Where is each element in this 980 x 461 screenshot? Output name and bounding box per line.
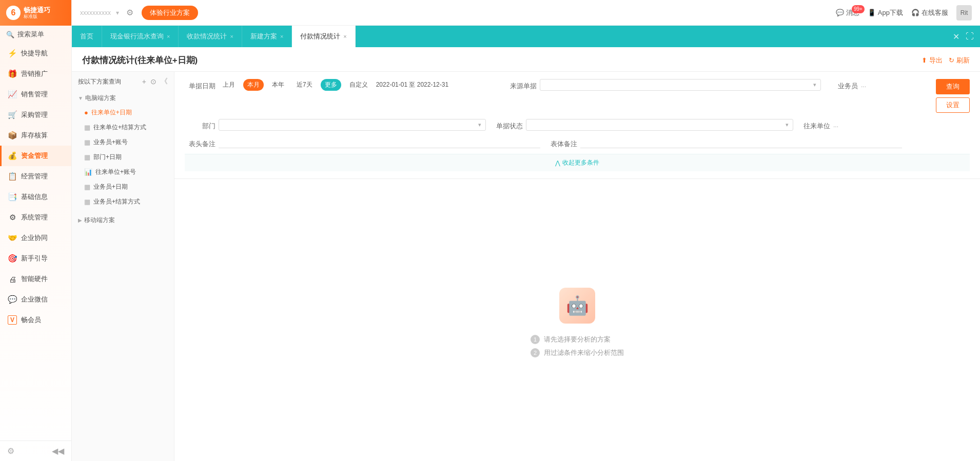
tab-receipts[interactable]: 收款情况统计 × bbox=[179, 26, 242, 47]
collapse-panel-icon[interactable]: 《 bbox=[161, 77, 168, 86]
tab-home[interactable]: 首页 bbox=[72, 26, 102, 47]
app-download-button[interactable]: 📱 App下载 bbox=[868, 8, 903, 17]
sidebar-item-operation[interactable]: 📋 经营管理 bbox=[0, 166, 71, 187]
refresh-icon: ↻ bbox=[949, 56, 954, 64]
service-button[interactable]: 🎧 在线客服 bbox=[911, 8, 948, 17]
scheme-group-mobile-title[interactable]: ▶ 移动端方案 bbox=[72, 213, 174, 227]
topbar-right: 💬 消息 99+ 📱 App下载 🎧 在线客服 Rit bbox=[836, 5, 972, 21]
body-note-input[interactable] bbox=[580, 137, 902, 148]
scheme-item-unitaccount[interactable]: 📊 往来单位+账号 bbox=[72, 165, 174, 179]
empty-step1: 1 请先选择要分析的方案 bbox=[531, 335, 624, 344]
search-menu[interactable]: 🔍 搜索菜单 bbox=[0, 26, 71, 43]
scheme-item-unitdate[interactable]: ● 往来单位+日期 bbox=[72, 105, 174, 120]
scheme-item-staffdate[interactable]: ▦ 业务员+日期 bbox=[72, 179, 174, 194]
export-button[interactable]: ⬆ 导出 bbox=[922, 56, 943, 65]
scheme-settings-icon[interactable]: ⊙ bbox=[150, 77, 156, 86]
staff-label: 业务员 bbox=[827, 79, 858, 91]
date-thismonth[interactable]: 本月 bbox=[243, 79, 264, 91]
empty-robot-illustration: 🤖 bbox=[559, 288, 595, 324]
tab-payment[interactable]: 付款情况统计 × bbox=[292, 26, 355, 47]
body-note-label: 表体备注 bbox=[546, 137, 577, 149]
date-lastmonth[interactable]: 上月 bbox=[219, 79, 239, 91]
sidebar-item-smarthw[interactable]: 🖨 智能硬件 bbox=[0, 269, 71, 289]
main-area: xxxxxxxxxx ▾ ⚙ 体验行业方案 💬 消息 99+ 📱 App下载 🎧… bbox=[72, 0, 980, 461]
scheme-item-unitsettlement[interactable]: ▦ 往来单位+结算方式 bbox=[72, 120, 174, 135]
tab-receipts-close[interactable]: × bbox=[230, 33, 233, 39]
sidebar-item-enterprise[interactable]: 🤝 企业协同 bbox=[0, 228, 71, 248]
scheme-icon-5: 📊 bbox=[84, 168, 92, 176]
tabbar-actions: ✕ ⛶ bbox=[947, 26, 980, 47]
left-panel-header: 按以下方案查询 + ⊙ 《 bbox=[72, 72, 174, 89]
collapse-filter-button[interactable]: ⋀ 收起更多条件 bbox=[185, 154, 970, 171]
tab-payment-close[interactable]: × bbox=[343, 33, 346, 39]
tab-cashflow-close[interactable]: × bbox=[167, 33, 170, 39]
user-avatar[interactable]: Rit bbox=[956, 5, 972, 21]
sidebar-item-quicknav[interactable]: ⚡ 快捷导航 bbox=[0, 43, 71, 64]
operation-icon: 📋 bbox=[8, 172, 17, 181]
scheme-item-staffsettlement[interactable]: ▦ 业务员+结算方式 bbox=[72, 194, 174, 209]
date-label: 单据日期 bbox=[185, 79, 215, 91]
trial-button[interactable]: 体验行业方案 bbox=[142, 6, 198, 20]
filter-area: 单据日期 上月 本月 本年 近7天 更多 自定义 2022-01-01 至 20… bbox=[174, 72, 980, 179]
step2-num: 2 bbox=[531, 348, 540, 357]
sidebar-item-capital[interactable]: 💰 资金管理 bbox=[0, 146, 71, 166]
scheme-icon-3: ▦ bbox=[84, 138, 90, 146]
right-panel: 单据日期 上月 本月 本年 近7天 更多 自定义 2022-01-01 至 20… bbox=[174, 72, 980, 461]
date-last7[interactable]: 近7天 bbox=[292, 79, 317, 91]
logo-text: 畅捷通巧 标准版 bbox=[24, 6, 50, 19]
message-button[interactable]: 💬 消息 99+ bbox=[836, 8, 859, 17]
expand-icon[interactable]: ⛶ bbox=[966, 32, 974, 41]
sidebar-item-marketing[interactable]: 🎁 营销推广 bbox=[0, 64, 71, 84]
tab-newscheme[interactable]: 新建方案 × bbox=[242, 26, 292, 47]
sidebar-item-basicinfo[interactable]: 📑 基础信息 bbox=[0, 187, 71, 207]
date-custom[interactable]: 自定义 bbox=[345, 79, 372, 91]
date-thisyear[interactable]: 本年 bbox=[268, 79, 288, 91]
group-mobile-arrow-icon: ▶ bbox=[78, 217, 82, 223]
search-icon: 🔍 bbox=[6, 31, 14, 38]
voucher-status-label: 单据状态 bbox=[492, 119, 523, 131]
collapse-up-icon: ⋀ bbox=[555, 159, 560, 167]
group-arrow-icon: ▼ bbox=[78, 95, 83, 101]
related-unit-label: 往来单位 bbox=[799, 119, 830, 131]
sidebar-item-purchase[interactable]: 🛒 采购管理 bbox=[0, 105, 71, 125]
step1-num: 1 bbox=[531, 335, 540, 344]
related-unit-placeholder: ... bbox=[833, 122, 902, 129]
date-filter-content: 上月 本月 本年 近7天 更多 自定义 2022-01-01 至 2022-12… bbox=[219, 79, 500, 91]
sidebar-item-sysadmin[interactable]: ⚙ 系统管理 bbox=[0, 207, 71, 228]
scheme-item-staffaccount[interactable]: ▦ 业务员+账号 bbox=[72, 135, 174, 150]
sidebar-nav: ⚡ 快捷导航 🎁 营销推广 📈 销售管理 🛒 采购管理 📦 库存核算 💰 资金管… bbox=[0, 43, 71, 440]
voucher-status-arrow: ▾ bbox=[786, 122, 789, 128]
query-button[interactable]: 查询 bbox=[936, 79, 970, 94]
tab-cashflow[interactable]: 现金银行流水查询 × bbox=[102, 26, 179, 47]
filter-settings-button[interactable]: 设置 bbox=[936, 97, 970, 113]
topbar-gear-icon[interactable]: ⚙ bbox=[126, 8, 133, 17]
sidebar-item-member[interactable]: V 畅会员 bbox=[0, 310, 71, 330]
sidebar-item-newguide[interactable]: 🎯 新手引导 bbox=[0, 248, 71, 269]
dept-select[interactable]: ▾ bbox=[219, 119, 486, 131]
collapse-sidebar-icon[interactable]: ◀◀ bbox=[52, 446, 64, 456]
scheme-item-deptdate[interactable]: ▦ 部门+日期 bbox=[72, 150, 174, 165]
headset-icon: 🎧 bbox=[911, 9, 919, 16]
source-select[interactable]: ▾ bbox=[540, 79, 821, 91]
voucher-status-select[interactable]: ▾ bbox=[526, 119, 793, 131]
scheme-group-pc: ▼ 电脑端方案 ● 往来单位+日期 ▦ 往来单位+结算方式 ▦ 业务员+账号 bbox=[72, 89, 174, 211]
empty-state: 🤖 1 请先选择要分析的方案 2 用过滤条件来缩小分析范围 bbox=[174, 179, 980, 461]
close-all-icon[interactable]: ✕ bbox=[953, 32, 959, 42]
refresh-button[interactable]: ↻ 刷新 bbox=[949, 56, 970, 65]
sidebar-item-inventory[interactable]: 📦 库存核算 bbox=[0, 125, 71, 146]
header-note-input[interactable] bbox=[219, 137, 540, 148]
inventory-icon: 📦 bbox=[8, 131, 17, 140]
tabbar: 首页 现金银行流水查询 × 收款情况统计 × 新建方案 × 付款情况统计 × ✕… bbox=[72, 26, 980, 47]
date-more[interactable]: 更多 bbox=[321, 79, 341, 91]
left-panel: 按以下方案查询 + ⊙ 《 ▼ 电脑端方案 ● bbox=[72, 72, 174, 461]
topbar-dropdown-icon[interactable]: ▾ bbox=[116, 9, 119, 16]
settings-icon[interactable]: ⚙ bbox=[7, 446, 14, 456]
scheme-group-pc-title[interactable]: ▼ 电脑端方案 bbox=[72, 91, 174, 105]
source-select-arrow: ▾ bbox=[813, 82, 816, 88]
tab-newscheme-close[interactable]: × bbox=[280, 33, 283, 39]
sidebar-item-sales[interactable]: 📈 销售管理 bbox=[0, 84, 71, 105]
export-icon: ⬆ bbox=[922, 56, 927, 64]
staff-placeholder: ... bbox=[861, 82, 930, 89]
sidebar-item-wechat[interactable]: 💬 企业微信 bbox=[0, 289, 71, 310]
add-scheme-icon[interactable]: + bbox=[142, 77, 146, 86]
